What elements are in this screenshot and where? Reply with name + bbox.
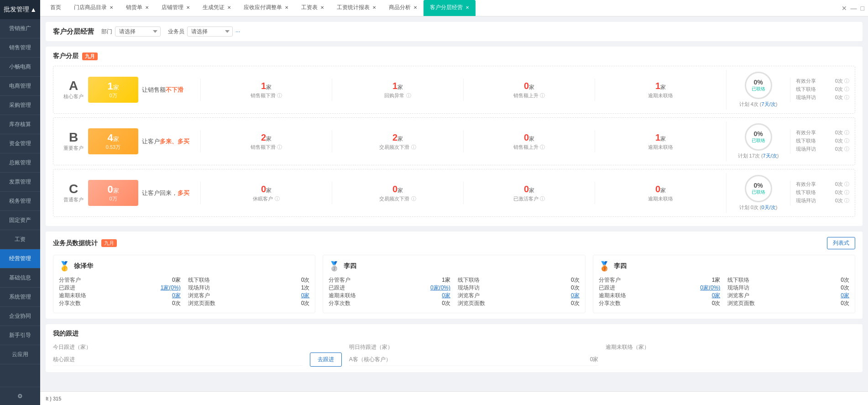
tier-plan-A: 计划 4次 (7天/次) — [739, 101, 778, 108]
tier-stat-交易频次下滑: 2家 交易频次下滑 ⓘ — [332, 130, 463, 153]
tab-销货单[interactable]: 销货单✕ — [120, 0, 155, 16]
minimize-icon[interactable]: — — [851, 5, 857, 12]
tab-客户分层经营[interactable]: 客户分层经营✕ — [424, 0, 476, 16]
tier-stat-逾期未联络: 1家 逾期未联络 — [595, 79, 726, 101]
sidebar-item-电商管理[interactable]: 电商管理 — [0, 77, 40, 96]
sidebar-item-总账管理[interactable]: 总账管理 — [0, 153, 40, 173]
dept-filter: 部门 请选择 — [101, 26, 161, 37]
tier-side-stat-线下联络: 线下联络 0次 ⓘ — [796, 86, 849, 93]
goto-followup-button[interactable]: 去跟进 — [310, 352, 342, 367]
staff-section: 业务员数据统计 九月 列表式 🥇 徐泽华 分管客户 0家 已跟进 1家(0%) … — [46, 231, 863, 319]
tier-contact-B: 0% 已联络 计划 17次 (7天/次) — [726, 121, 790, 161]
tab-店铺管理[interactable]: 店铺管理✕ — [155, 0, 196, 16]
tab-close-商品分析[interactable]: ✕ — [413, 5, 417, 10]
tier-stat-交易频次下滑: 0家 交易频次下滑 ⓘ — [332, 182, 463, 204]
sidebar-item-企业协同[interactable]: 企业协同 — [0, 307, 40, 326]
tab-close-销货单[interactable]: ✕ — [145, 5, 149, 10]
tab-商品分析[interactable]: 商品分析✕ — [382, 0, 424, 16]
staff-rank-icon: 🥇 — [59, 261, 70, 272]
tab-应收应付调整单[interactable]: 应收应付调整单✕ — [237, 0, 295, 16]
today-followup-col: 今日跟进（家） 核心跟进 — [53, 343, 303, 366]
sidebar-header[interactable]: 批发管理 ▲ — [0, 0, 40, 19]
sidebar-item-工资[interactable]: 工资 — [0, 230, 40, 249]
staff-section-header: 业务员数据统计 九月 列表式 — [53, 237, 855, 249]
today-followup-title: 今日跟进（家） — [53, 343, 303, 351]
tier-side-stat-有效分享: 有效分享 0次 ⓘ — [796, 129, 849, 136]
close-all-icon[interactable]: ✕ — [842, 5, 847, 12]
sidebar-item-资金管理[interactable]: 资金管理 — [0, 134, 40, 153]
sidebar-item-新手引导[interactable]: 新手引导 — [0, 326, 40, 345]
filter-more-icon[interactable]: ··· — [235, 28, 240, 35]
staff-filter: 业务员 请选择 ··· — [168, 26, 240, 37]
page-title: 客户分层经营 — [53, 27, 94, 36]
tab-工资表[interactable]: 工资表✕ — [295, 0, 330, 16]
sidebar-settings[interactable]: ⚙ — [0, 387, 40, 405]
tab-工资统计报表[interactable]: 工资统计报表✕ — [330, 0, 382, 16]
tab-close-门店商品目录[interactable]: ✕ — [110, 5, 113, 10]
tab-首页[interactable]: 首页 — [44, 0, 68, 16]
staff-card-李四: 🥉 李四 分管客户 1家 已跟进 0家(0%) 逾期未联络 0家 分享次数 0次… — [593, 255, 855, 313]
tier-stats-C: 0家 休眠客户 ⓘ 0家 交易频次下滑 ⓘ 0家 已激活客户 ⓘ 0家 逾期未联… — [200, 182, 726, 204]
tab-bar-actions[interactable]: ✕ — □ — [842, 5, 864, 12]
tier-slogan-B: 让客户多来、多买 — [142, 137, 197, 146]
tier-stats-B: 2家 销售额下滑 ⓘ 2家 交易频次下滑 ⓘ 0家 销售额上升 ⓘ 1家 逾期未… — [200, 130, 726, 153]
staff-select[interactable]: 请选择 — [187, 26, 233, 37]
tab-close-生成凭证[interactable]: ✕ — [227, 5, 231, 10]
tab-close-客户分层经营[interactable]: ✕ — [465, 5, 469, 10]
staff-stat-现场拜访: 现场拜访 0次 — [458, 284, 580, 292]
tab-生成凭证[interactable]: 生成凭证✕ — [196, 0, 237, 16]
sidebar-item-采购管理[interactable]: 采购管理 — [0, 96, 40, 115]
tier-stat-逾期未联络: 0家 逾期未联络 — [595, 182, 726, 204]
tier-circle-A: 0% 已联络 — [745, 72, 772, 99]
maximize-icon[interactable]: □ — [861, 5, 864, 12]
staff-section-title: 业务员数据统计 — [53, 239, 98, 247]
tier-side-stats-B: 有效分享 0次 ⓘ 线下联络 0次 ⓘ 现场拜访 0次 ⓘ — [790, 129, 849, 154]
sidebar-item-税务管理[interactable]: 税务管理 — [0, 192, 40, 211]
staff-stat-浏览页面数: 浏览页面数 0次 — [727, 300, 849, 307]
tab-门店商品目录[interactable]: 门店商品目录✕ — [68, 0, 120, 16]
tomorrow-followup-col: 明日待跟进（家） A客（核心客户） 0家 — [349, 343, 599, 366]
staff-stat-分享次数: 分享次数 0次 — [329, 300, 450, 307]
sidebar-item-经营管理[interactable]: 经营管理 — [0, 249, 40, 268]
staff-stat-已跟进: 已跟进 1家(0%) — [59, 284, 181, 292]
staff-stat-浏览页面数: 浏览页面数 0次 — [188, 300, 310, 307]
tier-stats-A: 1家 销售额下滑 ⓘ 1家 回购异常 ⓘ 0家 销售额上升 ⓘ 1家 逾期未联络 — [200, 79, 726, 101]
sidebar-item-固定资产[interactable]: 固定资产 — [0, 211, 40, 230]
list-view-button[interactable]: 列表式 — [827, 237, 855, 249]
staff-stat-浏览客户: 浏览客户 0家 — [727, 292, 849, 300]
dept-select[interactable]: 请选择 — [115, 26, 161, 37]
main-area: 首页门店商品目录✕销货单✕店铺管理✕生成凭证✕应收应付调整单✕工资表✕工资统计报… — [40, 0, 868, 405]
goto-followup-col: 去跟进 — [310, 343, 342, 367]
tab-close-店铺管理[interactable]: ✕ — [186, 5, 190, 10]
overdue-contact-col: 逾期未联络（家） — [606, 343, 855, 354]
sidebar-item-云应用[interactable]: 云应用 — [0, 345, 40, 364]
staff-stats-right: 线下联络 0次 现场拜访 0次 浏览客户 0家 浏览页面数 0次 — [727, 276, 849, 307]
tier-slogan-A: 让销售额不下滑 — [142, 86, 197, 94]
sidebar-item-销售管理[interactable]: 销售管理 — [0, 38, 40, 58]
sidebar-item-系统管理[interactable]: 系统管理 — [0, 288, 40, 307]
today-followup-rows: 核心跟进 — [53, 354, 303, 366]
tier-row-B: B 重要客户 4家 0.53万 让客户多来、多买 2家 销售额下滑 ⓘ 2家 交… — [53, 117, 855, 165]
sidebar-item-发票管理[interactable]: 发票管理 — [0, 173, 40, 192]
sidebar-item-营销推广[interactable]: 营销推广 — [0, 19, 40, 38]
staff-stat-逾期未联络: 逾期未联络 0家 — [599, 292, 721, 300]
tab-close-应收应付调整单[interactable]: ✕ — [285, 5, 288, 10]
tier-stat-已激活客户: 0家 已激活客户 ⓘ — [463, 182, 595, 204]
tier-stat-休眠客户: 0家 休眠客户 ⓘ — [200, 182, 332, 204]
staff-stat-线下联络: 线下联络 0次 — [727, 276, 849, 284]
staff-stat-浏览客户: 浏览客户 0家 — [458, 292, 580, 300]
tab-close-工资统计报表[interactable]: ✕ — [372, 5, 376, 10]
sidebar-collapse-icon[interactable]: ▲ — [30, 6, 37, 13]
sidebar-item-库存核算[interactable]: 库存核算 — [0, 115, 40, 134]
tier-side-stat-现场拜访: 现场拜访 0次 ⓘ — [796, 197, 849, 204]
staff-stats-right: 线下联络 0次 现场拜访 1次 浏览客户 0家 浏览页面数 0次 — [188, 276, 310, 307]
staff-rank-icon: 🥈 — [329, 261, 340, 272]
staff-stat-现场拜访: 现场拜访 1次 — [188, 284, 310, 292]
tier-side-stat-线下联络: 线下联络 0次 ⓘ — [796, 137, 849, 144]
tab-close-工资表[interactable]: ✕ — [320, 5, 324, 10]
staff-header-徐泽华: 🥇 徐泽华 — [59, 261, 309, 272]
staff-stat-分管客户: 分管客户 0家 — [59, 276, 181, 284]
tier-row-C: C 普通客户 0家 0万 让客户回来，多买 0家 休眠客户 ⓘ 0家 交易频次下… — [53, 169, 855, 217]
sidebar-item-基础信息[interactable]: 基础信息 — [0, 268, 40, 288]
sidebar-item-小畅电商[interactable]: 小畅电商 — [0, 58, 40, 77]
